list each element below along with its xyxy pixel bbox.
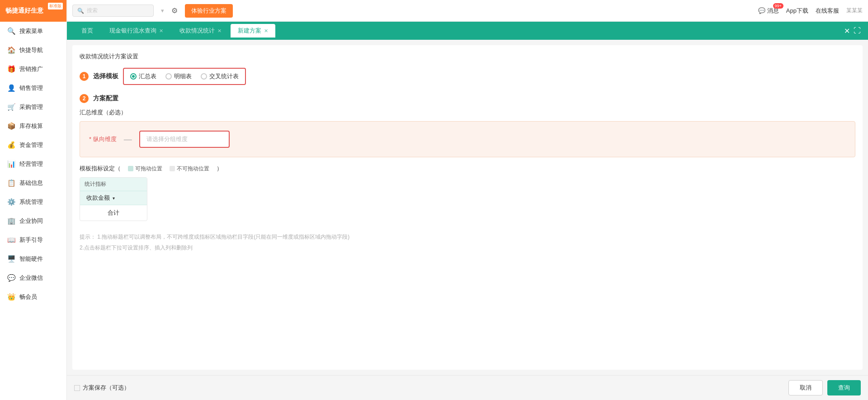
radio-cross-label: 交叉统计表 <box>209 72 239 80</box>
sidebar: 畅捷通好生意 标准版 🔍 搜索菜单 🏠 快捷导航 🎁 营销推广 👤 销售管理 🛒… <box>0 0 67 400</box>
step2-title: 方案配置 <box>93 94 118 103</box>
step1-number: 1 <box>80 72 89 81</box>
sidebar-item-label: 企业微信 <box>19 274 43 282</box>
main-area: 🔍 搜索 ▾ ⚙ 体验行业方案 💬 消息 99+ App下载 在线客服 某某某 … <box>67 0 868 400</box>
indicator-col-header[interactable]: 收款金额 ▾ <box>80 191 147 205</box>
topbar: 🔍 搜索 ▾ ⚙ 体验行业方案 💬 消息 99+ App下载 在线客服 某某某 <box>67 0 868 22</box>
settings-icon[interactable]: ⚙ <box>171 6 178 15</box>
tab-new-plan-close[interactable]: ✕ <box>264 28 268 34</box>
summary-dim-label: 汇总维度（必选） <box>80 108 855 117</box>
sales-icon: 👤 <box>7 84 16 92</box>
sidebar-logo: 畅捷通好生意 标准版 <box>0 0 66 22</box>
sidebar-item-label: 采购管理 <box>19 103 43 111</box>
radio-summary[interactable]: 汇总表 <box>130 72 156 80</box>
sidebar-item-label: 库存核算 <box>19 122 43 130</box>
sidebar-item-finance[interactable]: 💰 资金管理 <box>0 136 66 155</box>
step2-header: 2 方案配置 <box>80 94 855 103</box>
sidebar-item-label: 经营管理 <box>19 160 43 168</box>
industry-btn[interactable]: 体验行业方案 <box>185 4 233 18</box>
draggable-legend: 可拖动位置 <box>128 165 162 173</box>
non-draggable-legend: 不可拖动位置 <box>170 165 209 173</box>
dimension-box: 纵向维度 — 请选择分组维度 <box>80 121 855 157</box>
content-area: 收款情况统计方案设置 1 选择模板 汇总表 明细表 <box>67 40 868 400</box>
content-inner: 收款情况统计方案设置 1 选择模板 汇总表 明细表 <box>72 45 863 370</box>
sidebar-item-label: 畅会员 <box>19 293 37 301</box>
indicator-col-label: 收款金额 <box>86 194 110 202</box>
tabs-controls: ✕ ⛶ <box>844 27 861 35</box>
non-draggable-label: 不可拖动位置 <box>177 165 209 173</box>
tips-section: 提示： 1.拖动标题栏可以调整布局，不可跨维度或指标区域拖动栏目字段(只能在同一… <box>80 231 855 253</box>
sidebar-item-search-menu[interactable]: 🔍 搜索菜单 <box>0 22 66 41</box>
topbar-search-placeholder: 搜索 <box>87 7 98 14</box>
sidebar-item-system[interactable]: ⚙️ 系统管理 <box>0 193 66 212</box>
draggable-label: 可拖动位置 <box>135 165 162 173</box>
sidebar-item-sales[interactable]: 👤 销售管理 <box>0 79 66 98</box>
radio-cross[interactable]: 交叉统计表 <box>201 72 239 80</box>
app-download-link[interactable]: App下载 <box>786 7 808 15</box>
step1-section: 1 选择模板 汇总表 明细表 交叉统计表 <box>80 68 855 85</box>
sidebar-item-member[interactable]: 👑 畅会员 <box>0 287 66 306</box>
cancel-button[interactable]: 取消 <box>788 380 823 395</box>
sidebar-item-purchase[interactable]: 🛒 采购管理 <box>0 98 66 117</box>
tab-bank-flow[interactable]: 现金银行流水查询 ✕ <box>102 24 170 38</box>
save-checkbox[interactable] <box>74 385 80 391</box>
wechat-icon: 💬 <box>7 274 16 282</box>
indicator-section-label: 统计指标 <box>85 181 106 187</box>
sidebar-item-quick-nav[interactable]: 🏠 快捷导航 <box>0 41 66 60</box>
tab-bank-flow-label: 现金银行流水查询 <box>109 27 156 35</box>
tab-receipt-stats[interactable]: 收款情况统计 ✕ <box>172 24 229 38</box>
indicator-label: 模板指标设定（ <box>80 165 121 173</box>
sidebar-item-enterprise[interactable]: 🏢 企业协同 <box>0 212 66 231</box>
sidebar-item-marketing[interactable]: 🎁 营销推广 <box>0 60 66 79</box>
tab-home[interactable]: 首页 <box>74 24 100 38</box>
message-badge: 99+ <box>773 3 783 9</box>
sidebar-item-enterprise-wechat[interactable]: 💬 企业微信 <box>0 268 66 287</box>
sidebar-item-operations[interactable]: 📊 经营管理 <box>0 155 66 174</box>
sidebar-item-guide[interactable]: 📖 新手引导 <box>0 231 66 249</box>
logo-text: 畅捷通好生意 <box>5 7 43 15</box>
purchase-icon: 🛒 <box>7 103 16 111</box>
step1-header: 1 选择模板 汇总表 明细表 交叉统计表 <box>80 68 855 85</box>
step1-title: 选择模板 <box>93 72 118 80</box>
radio-detail[interactable]: 明细表 <box>165 72 192 80</box>
close-tab-icon[interactable]: ✕ <box>844 27 850 35</box>
dim-select-placeholder: 请选择分组维度 <box>146 136 188 142</box>
sidebar-item-label: 销售管理 <box>19 84 43 92</box>
sidebar-item-label: 搜索菜单 <box>19 27 43 35</box>
radio-detail-label: 明细表 <box>174 72 192 80</box>
tip-2: 2.点击标题栏下拉可设置排序、插入列和删除列 <box>80 242 855 253</box>
sidebar-item-inventory[interactable]: 📦 库存核算 <box>0 117 66 136</box>
tab-new-plan[interactable]: 新建方案 ✕ <box>231 24 275 38</box>
member-icon: 👑 <box>7 293 16 301</box>
summary-dim-section: 汇总维度（必选） 纵向维度 — 请选择分组维度 <box>80 108 855 157</box>
tabs-bar: 首页 现金银行流水查询 ✕ 收款情况统计 ✕ 新建方案 ✕ ✕ ⛶ <box>67 22 868 40</box>
message-area[interactable]: 💬 消息 99+ <box>758 7 779 15</box>
sidebar-item-smart-hw[interactable]: 🖥️ 智能硬件 <box>0 249 66 268</box>
sidebar-item-label: 快捷导航 <box>19 46 43 54</box>
gift-icon: 🎁 <box>7 65 16 73</box>
template-radio-group: 汇总表 明细表 交叉统计表 <box>123 68 246 85</box>
indicator-section-header: 统计指标 <box>80 178 147 191</box>
sidebar-item-label: 系统管理 <box>19 198 43 206</box>
query-button[interactable]: 查询 <box>827 380 861 395</box>
tab-receipt-stats-close[interactable]: ✕ <box>217 28 222 34</box>
save-option[interactable]: 方案保存（可选） <box>74 384 130 392</box>
sidebar-item-label: 企业协同 <box>19 217 43 225</box>
tab-bank-flow-close[interactable]: ✕ <box>159 28 163 34</box>
sidebar-item-label: 营销推广 <box>19 65 43 73</box>
online-support-link[interactable]: 在线客服 <box>816 7 839 15</box>
dim-select-input[interactable]: 请选择分组维度 <box>139 131 230 148</box>
chevron-down-icon: ▾ <box>113 196 115 201</box>
message-icon: 💬 <box>758 7 765 14</box>
step2-section: 2 方案配置 汇总维度（必选） 纵向维度 — 请选择分组维度 <box>80 94 855 253</box>
operations-icon: 📊 <box>7 160 16 168</box>
sidebar-item-label: 新手引导 <box>19 236 43 244</box>
page-title: 收款情况统计方案设置 <box>80 52 855 61</box>
footer: 方案保存（可选） 取消 查询 <box>67 375 868 400</box>
tab-new-plan-label: 新建方案 <box>238 27 261 35</box>
topbar-search[interactable]: 🔍 搜索 <box>72 5 154 17</box>
system-icon: ⚙️ <box>7 198 16 206</box>
expand-tab-icon[interactable]: ⛶ <box>854 27 861 35</box>
tab-receipt-stats-label: 收款情况统计 <box>179 27 215 35</box>
sidebar-item-basic-info[interactable]: 📋 基础信息 <box>0 174 66 193</box>
